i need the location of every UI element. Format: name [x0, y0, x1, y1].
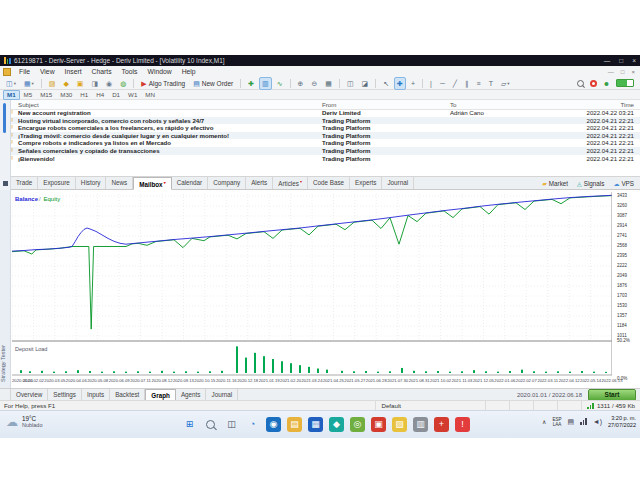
search-icon[interactable]	[577, 80, 584, 87]
strategy-tester-button[interactable]: ◨	[88, 77, 101, 90]
edge-icon[interactable]: ◉	[266, 417, 281, 432]
mail-row[interactable]: ✉Encargue robots comerciales a los freel…	[0, 124, 640, 132]
crosshair-mode-icon[interactable]: ✚	[245, 77, 257, 90]
timeframe-d1[interactable]: D1	[108, 90, 124, 100]
market-link[interactable]: ▰Market	[542, 180, 568, 187]
widgets-icon[interactable]: ◔	[245, 417, 260, 432]
mail-column-to[interactable]: To	[450, 101, 457, 108]
lock-button[interactable]: ▣	[74, 77, 87, 90]
fibonacci-tool[interactable]: ≡	[474, 77, 484, 90]
volume-icon[interactable]: ◄)	[593, 418, 602, 425]
timeframe-m5[interactable]: M5	[20, 90, 37, 100]
zoom-in-icon[interactable]: ⊕	[295, 77, 307, 90]
crosshair-tool-icon[interactable]: ✚	[394, 77, 406, 90]
toolbox-tab-exposure[interactable]: Exposure	[38, 177, 76, 189]
cascade-windows-icon[interactable]: ◪	[359, 77, 372, 90]
toolbox-tab-experts[interactable]: Experts	[350, 177, 382, 189]
app-icon-gray[interactable]: ▥	[413, 417, 428, 432]
restore-button[interactable]: □	[619, 57, 623, 64]
timeframe-w1[interactable]: W1	[124, 90, 141, 100]
grid-icon[interactable]: ▦	[322, 77, 335, 90]
toolbox-side-strip[interactable]	[0, 100, 11, 190]
mail-column-subject[interactable]: Subject	[18, 101, 39, 108]
tray-chevron-icon[interactable]: ∧	[542, 418, 546, 425]
mail-row[interactable]: ✉Compre robots e indicadores ya listos e…	[0, 139, 640, 147]
close-button[interactable]: ×	[632, 57, 636, 64]
app-icon-yellow[interactable]: ▨	[392, 417, 407, 432]
file-explorer-icon[interactable]: ▤	[287, 417, 302, 432]
community-button[interactable]: ◍	[117, 77, 129, 90]
zoom-out-icon[interactable]: ⊖	[308, 77, 320, 90]
menu-item-charts[interactable]: Charts	[87, 68, 117, 75]
app-icon-round[interactable]: ◎	[350, 417, 365, 432]
community-user-icon[interactable]: ☻	[603, 80, 610, 87]
app-icon-teal[interactable]: ◆	[329, 417, 344, 432]
timeframe-m30[interactable]: M30	[56, 90, 76, 100]
app-icon-red-plus[interactable]: +	[434, 417, 449, 432]
minimize-button[interactable]: —	[604, 57, 611, 64]
child-close-button[interactable]: ×	[631, 69, 635, 75]
app-icon-red-alert[interactable]: !	[455, 417, 470, 432]
windows-start-icon[interactable]: ⊞	[182, 417, 197, 432]
menu-item-window[interactable]: Window	[142, 68, 176, 75]
menu-item-help[interactable]: Help	[177, 68, 201, 75]
search-icon[interactable]	[203, 417, 218, 432]
mail-row[interactable]: ✉¡Bienvenido!Trading Platform2022.04.21 …	[0, 155, 640, 163]
trendline-tool[interactable]: ╱	[450, 77, 460, 90]
tile-windows-icon[interactable]: ◫	[344, 77, 357, 90]
menu-item-file[interactable]: File	[14, 68, 35, 75]
horizontal-line-tool[interactable]: ─	[437, 77, 448, 90]
tester-tab-overview[interactable]: Overview	[10, 389, 48, 400]
signals-link[interactable]: ◬Signals	[577, 180, 604, 187]
timeframe-mn[interactable]: MN	[141, 90, 159, 100]
timeframe-m15[interactable]: M15	[36, 90, 56, 100]
language-indicator[interactable]: ESP LAA	[552, 417, 561, 427]
mail-row[interactable]: ✉New account registrationDeriv LimitedAd…	[0, 109, 640, 117]
start-button[interactable]: Start	[588, 389, 636, 401]
cursor-tool-icon[interactable]: ↖	[380, 77, 392, 90]
profiles-button[interactable]: ▨	[46, 77, 59, 90]
tester-side-strip[interactable]: Strategy Tester	[0, 190, 11, 388]
menu-item-tools[interactable]: Tools	[117, 68, 143, 75]
mail-column-from[interactable]: From	[322, 101, 336, 108]
scrollbar-thumb[interactable]	[3, 103, 6, 133]
toolbox-tab-alerts[interactable]: Alerts	[246, 177, 273, 189]
market-watch-button[interactable]: ◉	[103, 77, 115, 90]
child-minimize-button[interactable]: —	[608, 69, 614, 75]
child-restore-button[interactable]: □	[621, 69, 625, 75]
tester-tab-backtest[interactable]: Backtest	[110, 389, 145, 400]
toolbox-tab-trade[interactable]: Trade	[10, 177, 38, 189]
toolbox-tab-journal[interactable]: Journal	[382, 177, 414, 189]
timeframe-h1[interactable]: H1	[76, 90, 92, 100]
network-icon[interactable]	[580, 418, 587, 425]
text-tool[interactable]: T	[486, 77, 496, 90]
vps-link[interactable]: ☁VPS	[613, 180, 634, 187]
app-icon-red-square[interactable]: ▣	[371, 417, 386, 432]
tester-tab-settings[interactable]: Settings	[48, 389, 82, 400]
menu-item-view[interactable]: View	[35, 68, 60, 75]
weather-widget[interactable]: ☁ 19°C Nublado	[6, 415, 43, 429]
toolbox-tab-company[interactable]: Company	[208, 177, 246, 189]
notifications-icon[interactable]	[590, 80, 597, 87]
mail-row[interactable]: ✉Señales comerciales y copiado de transa…	[0, 147, 640, 155]
window-layout-button[interactable]: ▦▾	[21, 77, 37, 90]
tester-tab-inputs[interactable]: Inputs	[82, 389, 110, 400]
tester-tab-journal[interactable]: Journal	[206, 389, 238, 400]
mail-row[interactable]: ✉¡Trading móvil: comercio desde cualquie…	[0, 132, 640, 140]
shapes-tool[interactable]: ▱▾	[498, 77, 513, 90]
vertical-line-tool[interactable]: |	[427, 77, 435, 90]
timeframe-m1[interactable]: M1	[3, 90, 20, 100]
toolbox-tab-history[interactable]: History	[76, 177, 107, 189]
connection-status-icon[interactable]	[616, 79, 634, 87]
timeframe-h4[interactable]: H4	[92, 90, 108, 100]
store-icon[interactable]: ▦	[308, 417, 323, 432]
new-order-button[interactable]: ▤New Order	[190, 77, 236, 90]
metaeditor-button[interactable]: ◆	[60, 77, 71, 90]
clock-widget[interactable]: 3:20 p. m. 27/07/2022	[608, 415, 636, 429]
chart-type-button[interactable]: ◫▾	[3, 77, 19, 90]
auto-scroll-icon[interactable]: ∿	[274, 77, 286, 90]
toolbox-tab-calendar[interactable]: Calendar	[172, 177, 209, 189]
mail-row[interactable]: ✉Hosting virtual incorporado, comercio c…	[0, 117, 640, 125]
tester-graph[interactable]: Balance/EquityDeposit Load	[12, 192, 612, 377]
toolbox-tab-mailbox[interactable]: Mailbox▾	[133, 177, 171, 190]
